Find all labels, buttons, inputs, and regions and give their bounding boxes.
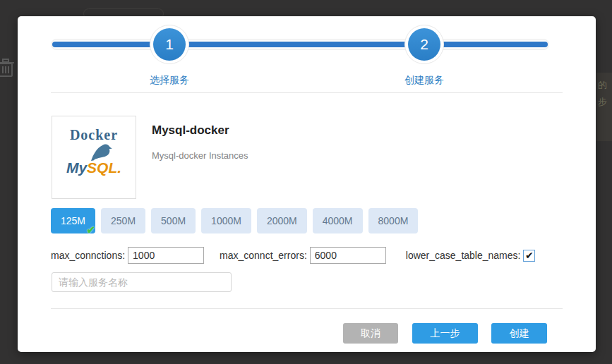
divider [51,308,563,309]
lower-case-table-names-checkbox[interactable]: ✔ [523,250,535,262]
memory-option-2000m[interactable]: 2000M [257,208,307,233]
max-connect-errors-label: max_connct_errors: [220,250,307,261]
memory-option-250m[interactable]: 250M [101,208,145,233]
memory-option-label: 8000M [378,215,409,226]
step-1-label: 选择服务 [127,74,212,87]
service-subtitle: Mysql-docker Instances [152,150,248,161]
memory-option-label: 250M [111,215,136,226]
docker-wordmark: Docker [52,127,136,143]
memory-option-8000m[interactable]: 8000M [368,208,419,233]
step-2-node: 2 [404,25,444,64]
memory-option-label: 500M [161,215,186,226]
background-text-fragment: 的 步 [596,73,612,141]
memory-option-label: 4000M [323,215,353,226]
cancel-button[interactable]: 取消 [343,323,398,344]
service-title: Mysql-docker [152,123,229,138]
step-2-circle[interactable]: 2 [408,28,440,61]
parameters-row: max_connctions: max_connct_errors: lower… [51,247,535,264]
service-name-input[interactable] [52,272,232,292]
max-connect-errors-input[interactable] [310,247,386,264]
mysql-wordmark: MySQL. [52,159,136,176]
service-logo: Docker MySQL. [52,116,136,199]
max-connections-label: max_connctions: [51,250,125,261]
previous-step-button[interactable]: 上一步 [412,323,478,344]
memory-option-500m[interactable]: 500M [151,208,196,233]
memory-options: 125M ✔ 250M 500M 1000M 2000M 4000M 8000M [51,208,418,233]
memory-option-1000m[interactable]: 1000M [201,208,251,233]
checkbox-check-icon: ✔ [525,250,534,261]
lower-case-table-names-label: lower_case_table_names: [406,250,521,261]
memory-option-label: 2000M [267,215,297,226]
memory-option-label: 125M [61,215,85,226]
background-text-line: 的 [598,77,612,94]
selected-check-icon: ✔ [86,224,95,236]
background-text-line: 步 [598,94,612,111]
step-1-circle[interactable]: 1 [153,28,186,61]
trash-icon [0,58,15,80]
memory-option-4000m[interactable]: 4000M [313,208,363,233]
step-2-label: 创建服务 [382,74,467,87]
mysql-wordmark-my: My [66,159,87,176]
create-service-dialog: 1 2 选择服务 创建服务 Docker MySQL. Mysql-docker… [18,16,596,352]
step-1-node: 1 [150,25,189,64]
max-connections-input[interactable] [128,247,204,264]
divider [51,92,563,93]
memory-option-label: 1000M [211,215,241,226]
stepper-progress-bar [52,42,548,47]
mysql-wordmark-sql: SQL. [87,159,121,176]
create-button[interactable]: 创建 [491,323,547,344]
memory-option-125m[interactable]: 125M ✔ [51,208,95,233]
